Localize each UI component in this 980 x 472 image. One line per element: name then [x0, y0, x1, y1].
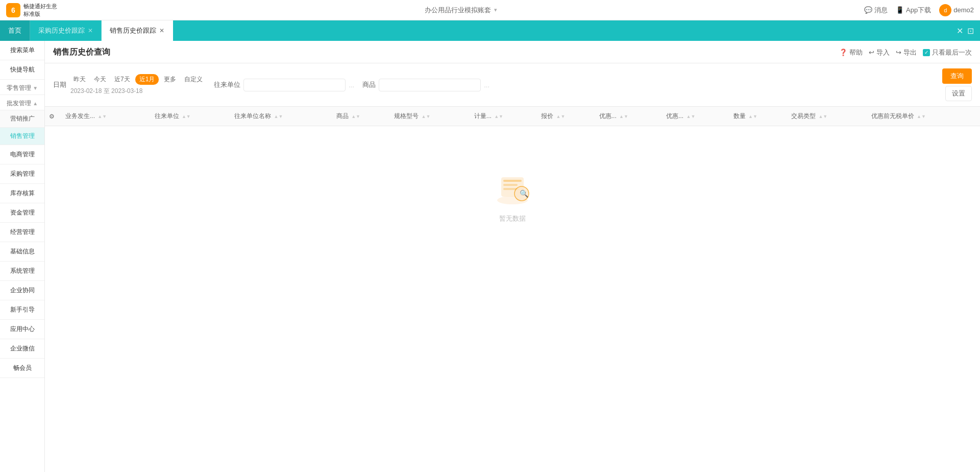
empty-state: 🔍 暂无数据 — [45, 126, 980, 264]
product-filter-input[interactable] — [379, 79, 481, 91]
col-settings: ⚙ — [45, 107, 61, 126]
sort-arrows-biz-date: ▲▼ — [97, 114, 107, 119]
sidebar-item-sales-mgmt[interactable]: 销售管理 — [0, 128, 44, 145]
close-sales-history-tab[interactable]: ✕ — [159, 27, 164, 34]
sidebar-submenu-wholesale: 营销推广 销售管理 — [0, 110, 44, 145]
import-icon: ↩ — [869, 49, 874, 56]
filter-settings-button[interactable]: 设置 — [945, 86, 972, 101]
sidebar-item-enterprise[interactable]: 企业协同 — [0, 281, 44, 300]
col-quoted-price[interactable]: 报价 ▲▼ — [537, 107, 595, 126]
sidebar-item-finance[interactable]: 资金管理 — [0, 203, 44, 223]
sort-arrows-quoted-price: ▲▼ — [556, 114, 566, 119]
tab-purchase-history[interactable]: 采购历史价跟踪 ✕ — [30, 20, 102, 41]
sort-arrows-trade-type: ▲▼ — [818, 114, 827, 119]
main-layout: 搜索菜单 快捷导航 零售管理 ▼ 批发管理 ▲ 营销推广 销售管理 电商管理 采… — [0, 41, 980, 472]
col-discount1[interactable]: 优惠... ▲▼ — [595, 107, 662, 126]
sidebar-item-marketing[interactable]: 营销推广 — [0, 110, 44, 128]
results-table: ⚙ 业务发生... ▲▼ 往来单位 ▲▼ 往来单位名称 ▲▼ — [45, 107, 980, 126]
search-button[interactable]: 查询 — [942, 68, 972, 84]
sidebar-item-basic-info[interactable]: 基础信息 — [0, 242, 44, 262]
date-shortcut-1month[interactable]: 近1月 — [135, 74, 159, 85]
only-last-checkbox-label[interactable]: ✓ 只看最后一次 — [923, 48, 972, 57]
import-btn[interactable]: ↩ 导入 — [869, 48, 890, 57]
date-shortcut-more[interactable]: 更多 — [161, 74, 179, 85]
col-trade-type[interactable]: 交易类型 ▲▼ — [787, 107, 867, 126]
top-bar: 6 畅捷通好生意 标准版 办公用品行业模拟账套 ▾ 💬 消息 📱 App下载 d… — [0, 0, 980, 20]
col-spec[interactable]: 规格型号 ▲▼ — [390, 107, 470, 126]
workspace-selector[interactable]: 办公用品行业模拟账套 ▾ — [425, 6, 497, 15]
col-biz-date[interactable]: 业务发生... ▲▼ — [61, 107, 151, 126]
col-unit[interactable]: 计量... ▲▼ — [470, 107, 537, 126]
product-filter-group: 商品 ... — [362, 79, 489, 91]
col-discount2[interactable]: 优惠... ▲▼ — [662, 107, 729, 126]
sort-arrows-pre-tax-price: ▲▼ — [917, 114, 926, 119]
logo-icon: 6 — [6, 3, 20, 17]
sidebar-item-app-center[interactable]: 应用中心 — [0, 320, 44, 339]
product-filter-dots[interactable]: ... — [484, 81, 489, 89]
close-all-tabs-btn[interactable]: ✕ — [957, 26, 963, 36]
col-partner-code[interactable]: 往来单位 ▲▼ — [151, 107, 231, 126]
sidebar-item-guide[interactable]: 新手引导 — [0, 300, 44, 320]
user-menu[interactable]: d demo2 — [939, 4, 974, 16]
date-filter-group: 日期 昨天 今天 近7天 近1月 更多 自定义 2023-02-18 至 202… — [53, 74, 206, 96]
export-btn[interactable]: ↪ 导出 — [896, 48, 917, 57]
sidebar-item-system[interactable]: 系统管理 — [0, 262, 44, 281]
help-btn[interactable]: ❓ 帮助 — [839, 48, 863, 57]
svg-rect-2 — [503, 180, 522, 182]
top-bar-right: 💬 消息 📱 App下载 d demo2 — [864, 4, 974, 16]
sidebar-item-ecommerce[interactable]: 电商管理 — [0, 145, 44, 164]
sidebar-item-wholesale-mgmt[interactable]: 批发管理 ▲ — [0, 95, 44, 110]
table-wrapper: ⚙ 业务发生... ▲▼ 往来单位 ▲▼ 往来单位名称 ▲▼ — [45, 107, 980, 472]
sidebar-item-operation[interactable]: 经营管理 — [0, 223, 44, 242]
sort-arrows-partner-name: ▲▼ — [274, 114, 283, 119]
avatar: d — [939, 4, 951, 16]
date-shortcut-today[interactable]: 今天 — [91, 74, 109, 85]
app-download-btn[interactable]: 📱 App下载 — [896, 6, 931, 15]
col-pre-tax-price[interactable]: 优惠前无税单价 ▲▼ — [867, 107, 980, 126]
sidebar-item-membership[interactable]: 畅会员 — [0, 359, 44, 378]
retail-expand-icon: ▼ — [33, 85, 38, 91]
partner-filter-group: 往来单位 ... — [214, 79, 354, 91]
date-shortcut-yesterday[interactable]: 昨天 — [70, 74, 89, 85]
page-actions: ❓ 帮助 ↩ 导入 ↪ 导出 ✓ 只看最后一次 — [839, 48, 972, 57]
tab-home[interactable]: 首页 — [0, 20, 30, 41]
sort-arrows-partner-code: ▲▼ — [182, 114, 191, 119]
partner-filter-input[interactable] — [243, 79, 346, 91]
date-shortcuts: 昨天 今天 近7天 近1月 更多 自定义 — [70, 74, 206, 85]
content-area: 销售历史价查询 ❓ 帮助 ↩ 导入 ↪ 导出 ✓ — [45, 41, 980, 472]
only-last-checkbox[interactable]: ✓ — [923, 49, 930, 56]
sidebar-item-inventory[interactable]: 库存核算 — [0, 184, 44, 203]
filter-area: 日期 昨天 今天 近7天 近1月 更多 自定义 2023-02-18 至 202… — [45, 63, 980, 107]
download-icon: 📱 — [896, 6, 904, 14]
sidebar-item-wechat[interactable]: 企业微信 — [0, 339, 44, 359]
date-filter-label: 日期 — [53, 80, 66, 89]
sidebar-item-search-menu[interactable]: 搜索菜单 — [0, 41, 44, 60]
sort-arrows-quantity: ▲▼ — [748, 114, 757, 119]
message-btn[interactable]: 💬 消息 — [864, 6, 888, 15]
sidebar: 搜索菜单 快捷导航 零售管理 ▼ 批发管理 ▲ 营销推广 销售管理 电商管理 采… — [0, 41, 45, 472]
date-shortcut-custom[interactable]: 自定义 — [181, 74, 206, 85]
message-icon: 💬 — [864, 6, 872, 14]
restore-btn[interactable]: ⊡ — [967, 26, 974, 36]
product-filter-label: 商品 — [362, 80, 376, 89]
logo-area: 6 畅捷通好生意 标准版 — [6, 3, 57, 17]
table-header-row: ⚙ 业务发生... ▲▼ 往来单位 ▲▼ 往来单位名称 ▲▼ — [45, 107, 980, 126]
svg-text:🔍: 🔍 — [520, 190, 529, 198]
empty-text: 暂无数据 — [499, 214, 526, 223]
sort-arrows-unit: ▲▼ — [494, 114, 503, 119]
date-range-display: 2023-02-18 至 2023-03-18 — [70, 87, 206, 96]
sidebar-item-purchase[interactable]: 采购管理 — [0, 164, 44, 184]
close-purchase-history-tab[interactable]: ✕ — [88, 27, 93, 34]
table-settings-icon[interactable]: ⚙ — [49, 113, 55, 120]
sidebar-item-retail-mgmt[interactable]: 零售管理 ▼ — [0, 80, 44, 95]
logo-text: 畅捷通好生意 标准版 — [23, 3, 57, 17]
page-header: 销售历史价查询 ❓ 帮助 ↩ 导入 ↪ 导出 ✓ — [45, 41, 980, 63]
sort-arrows-discount1: ▲▼ — [619, 114, 628, 119]
col-product[interactable]: 商品 ▲▼ — [332, 107, 390, 126]
sidebar-item-quick-nav[interactable]: 快捷导航 — [0, 60, 44, 80]
tab-sales-history[interactable]: 销售历史价跟踪 ✕ — [102, 20, 173, 41]
col-quantity[interactable]: 数量 ▲▼ — [729, 107, 787, 126]
date-shortcut-7days[interactable]: 近7天 — [111, 74, 133, 85]
partner-filter-dots[interactable]: ... — [349, 81, 354, 89]
col-partner-name[interactable]: 往来单位名称 ▲▼ — [230, 107, 332, 126]
